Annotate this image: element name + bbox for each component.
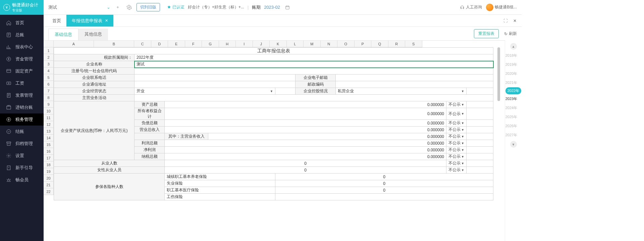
cell[interactable] — [467, 160, 493, 167]
metric-value[interactable]: 0.000000 — [165, 101, 446, 108]
fullscreen-icon[interactable]: ⛶ — [501, 17, 509, 25]
refresh-button[interactable]: ↻ 刷新 — [504, 31, 517, 37]
disclose-select[interactable]: 不公示▼ — [446, 101, 467, 108]
vertical-scrollbar[interactable] — [497, 47, 500, 241]
disclose-select[interactable]: 不公示▼ — [446, 140, 467, 147]
cell[interactable] — [135, 95, 493, 101]
metric-value[interactable]: 0.000000 — [208, 133, 446, 140]
column-header[interactable]: M — [304, 41, 321, 47]
sidebar-item-salary[interactable]: 工资 — [0, 77, 44, 89]
row-header[interactable]: 18 — [44, 161, 54, 168]
column-header[interactable]: R — [388, 41, 406, 47]
sidebar-item-close[interactable]: 结账 — [0, 126, 44, 138]
column-header[interactable]: G — [202, 41, 219, 47]
value-cell[interactable]: 0 — [165, 160, 446, 167]
insurance-value[interactable] — [275, 194, 493, 200]
period-value-cell[interactable]: 2022年度 — [135, 54, 493, 61]
user-menu[interactable]: 畅捷通B组... — [486, 4, 517, 11]
year-option[interactable]: 2018年 — [505, 51, 521, 60]
disclose-select[interactable]: 不公示▼ — [446, 133, 467, 140]
cell[interactable] — [135, 75, 296, 81]
column-header[interactable]: N — [321, 41, 338, 47]
close-tabs-button[interactable]: ✕ — [511, 17, 519, 25]
cell[interactable] — [467, 127, 493, 133]
support-link[interactable]: 人工咨询 — [460, 4, 482, 10]
column-header[interactable]: H — [219, 41, 236, 47]
row-header[interactable]: 1 — [44, 47, 54, 54]
column-header[interactable]: B — [94, 41, 134, 47]
metric-value[interactable]: 0.000000 — [165, 153, 446, 160]
cell[interactable] — [467, 167, 493, 174]
sidebar-item-stock[interactable]: 进销台账 — [0, 101, 44, 113]
sidebar-item-funds[interactable]: 资金管理 — [0, 53, 44, 65]
cell[interactable] — [135, 81, 296, 88]
cell[interactable] — [336, 75, 493, 81]
status-select[interactable]: 开业▼ — [135, 88, 275, 95]
year-option[interactable]: 2026年 — [505, 122, 521, 131]
company-settings-button[interactable] — [125, 3, 133, 11]
reset-report-button[interactable]: 重置报表 — [474, 29, 499, 38]
row-header[interactable]: 3 — [44, 61, 54, 67]
insurance-value[interactable]: 0 — [275, 174, 493, 180]
value-cell[interactable]: 0 — [165, 167, 446, 174]
disclose-select[interactable]: 不公示▼ — [446, 147, 467, 153]
sidebar-item-home[interactable]: 首页 — [0, 17, 44, 29]
row-header[interactable]: 13 — [44, 128, 54, 135]
row-header[interactable]: 10 — [44, 108, 54, 114]
insurance-value[interactable]: 0 — [275, 180, 493, 187]
row-header[interactable]: 2 — [44, 54, 54, 61]
year-option[interactable]: 2019年 — [505, 60, 521, 69]
row-header[interactable]: 8 — [44, 94, 54, 101]
disclose-select[interactable]: 不公示▼ — [446, 108, 467, 120]
year-option[interactable]: 2027年 — [505, 131, 521, 140]
period-value[interactable]: 2023-02 — [264, 5, 280, 10]
column-header[interactable]: I — [236, 41, 253, 47]
year-up-button[interactable]: ▲ — [510, 43, 517, 50]
column-header[interactable]: C — [134, 41, 151, 47]
year-option[interactable]: 2021年 — [505, 78, 521, 87]
cell[interactable] — [336, 81, 493, 88]
disclose-select[interactable]: 不公示▼ — [446, 153, 467, 160]
row-header[interactable]: 6 — [44, 81, 54, 88]
cell[interactable] — [467, 133, 493, 140]
cell[interactable] — [467, 147, 493, 153]
metric-value[interactable]: 0.000000 — [165, 108, 446, 120]
sidebar-item-settings[interactable]: 设置 — [0, 150, 44, 162]
sub-tab[interactable]: 基础信息 — [48, 29, 78, 40]
year-option[interactable]: 2020年 — [505, 69, 521, 78]
company-name-cell[interactable]: 测试 — [135, 61, 493, 68]
row-header[interactable]: 21 — [44, 182, 54, 188]
cell[interactable] — [275, 88, 296, 95]
reg-no-cell[interactable] — [135, 68, 493, 75]
column-header[interactable]: E — [168, 41, 185, 47]
sidebar-item-asset[interactable]: 固定资产 — [0, 65, 44, 77]
holding-select[interactable]: 私营企业▼ — [336, 88, 467, 95]
sidebar-item-archive[interactable]: 归档管理 — [0, 138, 44, 150]
sidebar-item-vip[interactable]: 畅会员 — [0, 174, 44, 186]
sidebar-item-invoice[interactable]: 发票管理 — [0, 89, 44, 101]
add-company-button[interactable]: ＋ — [114, 3, 122, 11]
sidebar-item-tax[interactable]: 税务管理 — [0, 113, 44, 126]
spreadsheet[interactable]: ABCDEFGHIJKLMNOPQRST 1234567891011121314… — [44, 40, 505, 241]
column-header[interactable]: O — [337, 41, 355, 47]
metric-value[interactable]: 0.000000 — [165, 147, 446, 153]
disclose-select[interactable]: 不公示▼ — [446, 127, 467, 133]
page-tab[interactable]: 首页 — [47, 15, 66, 27]
sidebar-item-chart[interactable]: 报表中心 — [0, 41, 44, 53]
year-option[interactable]: 2023年 — [505, 94, 521, 103]
metric-value[interactable]: 0.000000 — [165, 140, 446, 147]
disclose-select[interactable]: 不公示▼ — [446, 160, 467, 167]
insurance-value[interactable]: 0 — [275, 187, 493, 194]
cell[interactable] — [467, 101, 493, 108]
cell[interactable] — [467, 108, 493, 120]
column-header[interactable]: P — [355, 41, 372, 47]
row-header[interactable]: 14 — [44, 135, 54, 141]
row-header[interactable]: 20 — [44, 175, 54, 182]
row-header[interactable]: 17 — [44, 155, 54, 161]
row-header[interactable]: 9 — [44, 101, 54, 108]
column-header[interactable]: K — [270, 41, 287, 47]
row-header[interactable]: 4 — [44, 67, 54, 74]
page-tab[interactable]: 年报信息申报表✕ — [66, 15, 113, 27]
column-header[interactable]: D — [151, 41, 168, 47]
column-header[interactable]: S — [405, 41, 422, 47]
